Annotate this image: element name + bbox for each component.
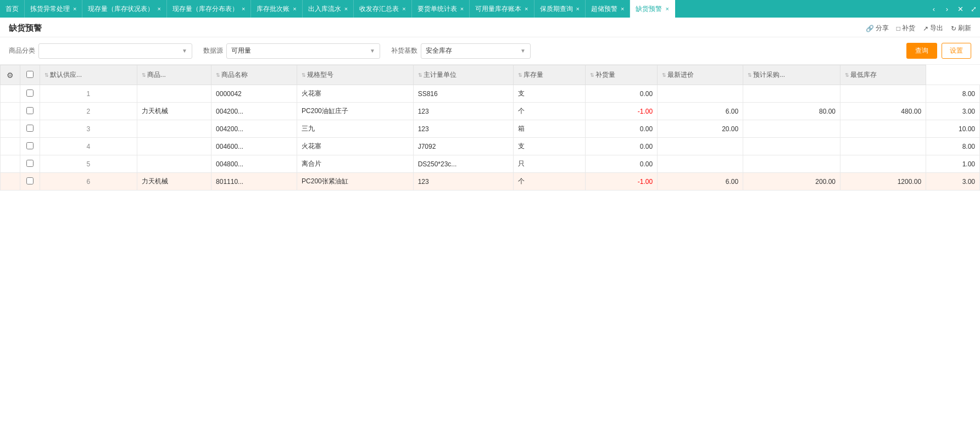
tab-shortage[interactable]: 缺货预警 × [630, 0, 675, 18]
row-name-2: 三九 [297, 120, 414, 138]
datasource-select[interactable]: 可用量 ▼ [226, 43, 380, 59]
row-price-2 [743, 120, 840, 138]
datasource-filter-group: 数据源 可用量 ▼ [203, 43, 380, 59]
settings-button[interactable]: 设置 [942, 43, 971, 59]
row-code-5: 801110... [211, 173, 297, 191]
row-checkbox-3[interactable] [20, 138, 40, 155]
row-checkbox-5[interactable] [20, 173, 40, 191]
row-est-3 [840, 138, 926, 155]
tab-close-summary[interactable]: × [402, 5, 405, 12]
tab-prev-btn[interactable]: ‹ [927, 5, 940, 13]
tab-available[interactable]: 可用量库存账本 × [470, 0, 534, 18]
category-select[interactable]: ▼ [38, 43, 192, 59]
row-select-3[interactable] [26, 142, 34, 149]
tab-close-overstock[interactable]: × [621, 5, 624, 12]
tab-stock-status[interactable]: 现存量（库存状况表） × [82, 0, 166, 18]
row-est-5: 1200.00 [840, 173, 926, 191]
row-unit-5: 个 [514, 173, 586, 191]
export-action[interactable]: ↗ 导出 [923, 24, 943, 33]
row-code-2: 004200... [211, 120, 297, 138]
tab-close-batch[interactable]: × [293, 5, 296, 12]
sort-spec-icon[interactable]: ⇅ [302, 72, 306, 78]
sort-unit-icon[interactable]: ⇅ [418, 72, 422, 78]
row-gear-3 [1, 138, 20, 155]
row-est-2 [840, 120, 926, 138]
table-row: 6 力天机械 801110... PC200张紧油缸 123 个 -1.00 6… [1, 173, 980, 191]
table-header-row: ⚙ ⇅默认供应... ⇅商品... ⇅商品名称 ⇅规格型号 ⇅主计量单位 ⇅库存… [1, 65, 980, 85]
row-unit-4: 只 [514, 155, 586, 173]
tab-picking[interactable]: 拣货异常处理 × [25, 0, 82, 18]
row-supplier-4 [137, 155, 211, 173]
header-actions: 🔗 分享 □ 补货 ↗ 导出 ↻ 刷新 [866, 24, 971, 33]
row-unit-3: 支 [514, 138, 586, 155]
query-button[interactable]: 查询 [906, 43, 937, 59]
row-no-2: 3 [40, 120, 137, 138]
select-all-checkbox[interactable] [26, 71, 34, 78]
tab-close-picking[interactable]: × [73, 5, 76, 12]
tab-stock-dist[interactable]: 现存量（库存分布表） × [167, 0, 251, 18]
row-select-4[interactable] [26, 160, 34, 167]
tab-home[interactable]: 首页 [0, 0, 25, 18]
supplement-base-select[interactable]: 安全库存 ▼ [421, 43, 531, 59]
tab-close-shortage[interactable]: × [665, 5, 669, 12]
sort-min-icon[interactable]: ⇅ [845, 72, 849, 78]
row-stock-2: 0.00 [586, 120, 658, 138]
row-gear-1 [1, 103, 20, 120]
row-stock-1: -1.00 [586, 103, 658, 120]
datasource-label: 数据源 [203, 46, 223, 55]
tab-overstock[interactable]: 超储预警 × [586, 0, 630, 18]
table-container: ⚙ ⇅默认供应... ⇅商品... ⇅商品名称 ⇅规格型号 ⇅主计量单位 ⇅库存… [0, 65, 980, 437]
sort-code-icon[interactable]: ⇅ [142, 72, 146, 78]
row-spec-2: 123 [413, 120, 513, 138]
row-supqty-0 [658, 85, 743, 103]
sort-supplier-icon[interactable]: ⇅ [44, 72, 49, 78]
tab-close-demand[interactable]: × [460, 5, 464, 12]
sort-price-icon[interactable]: ⇅ [662, 72, 666, 78]
supplement-base-label: 补货基数 [391, 46, 417, 55]
row-select-1[interactable] [26, 107, 34, 114]
row-checkbox-0[interactable] [20, 85, 40, 103]
row-checkbox-1[interactable] [20, 103, 40, 120]
sort-est-icon[interactable]: ⇅ [748, 72, 752, 78]
th-gear[interactable]: ⚙ [1, 65, 20, 85]
refresh-action[interactable]: ↻ 刷新 [951, 24, 971, 33]
share-icon: 🔗 [866, 25, 874, 32]
row-price-4 [743, 155, 840, 173]
row-select-5[interactable] [26, 177, 34, 184]
sort-supqty-icon[interactable]: ⇅ [590, 72, 594, 78]
tab-inout[interactable]: 出入库流水 × [303, 0, 354, 18]
row-code-4: 004800... [211, 155, 297, 173]
th-checkbox[interactable] [20, 65, 40, 85]
sort-stock-icon[interactable]: ⇅ [518, 72, 522, 78]
tab-expand-btn[interactable]: ⤢ [967, 5, 980, 13]
tab-close-stock-dist[interactable]: × [242, 5, 245, 12]
gear-icon[interactable]: ⚙ [7, 71, 14, 80]
supplement-action[interactable]: □ 补货 [897, 24, 915, 33]
tab-batch[interactable]: 库存批次账 × [251, 0, 302, 18]
row-est-4 [840, 155, 926, 173]
filter-row: 商品分类 ▼ 数据源 可用量 ▼ 补货基数 安全库存 ▼ 查询 设置 [0, 37, 980, 65]
tab-summary[interactable]: 收发存汇总表 × [354, 0, 411, 18]
row-checkbox-2[interactable] [20, 120, 40, 138]
row-select-2[interactable] [26, 125, 34, 132]
row-supqty-3 [658, 138, 743, 155]
tab-close-all-btn[interactable]: ✕ [954, 5, 967, 13]
tab-demand[interactable]: 要货单统计表 × [412, 0, 470, 18]
supplement-base-filter-group: 补货基数 安全库存 ▼ [391, 43, 531, 59]
row-est-0 [840, 85, 926, 103]
tab-expiry[interactable]: 保质期查询 × [534, 0, 586, 18]
tab-close-expiry[interactable]: × [576, 5, 580, 12]
row-checkbox-4[interactable] [20, 155, 40, 173]
category-filter-group: 商品分类 ▼ [9, 43, 192, 59]
tab-close-stock-status[interactable]: × [157, 5, 160, 12]
table-row: 4 004600... 火花塞 J7092 支 0.00 8.00 [1, 138, 980, 155]
row-no-4: 5 [40, 155, 137, 173]
tab-next-btn[interactable]: › [940, 5, 954, 13]
supplement-base-chevron-icon: ▼ [520, 48, 526, 54]
row-select-0[interactable] [26, 89, 34, 97]
share-action[interactable]: 🔗 分享 [866, 24, 889, 33]
tab-close-inout[interactable]: × [344, 5, 348, 12]
tab-close-available[interactable]: × [525, 5, 528, 12]
row-spec-0: SS816 [413, 85, 513, 103]
sort-name-icon[interactable]: ⇅ [216, 72, 220, 78]
